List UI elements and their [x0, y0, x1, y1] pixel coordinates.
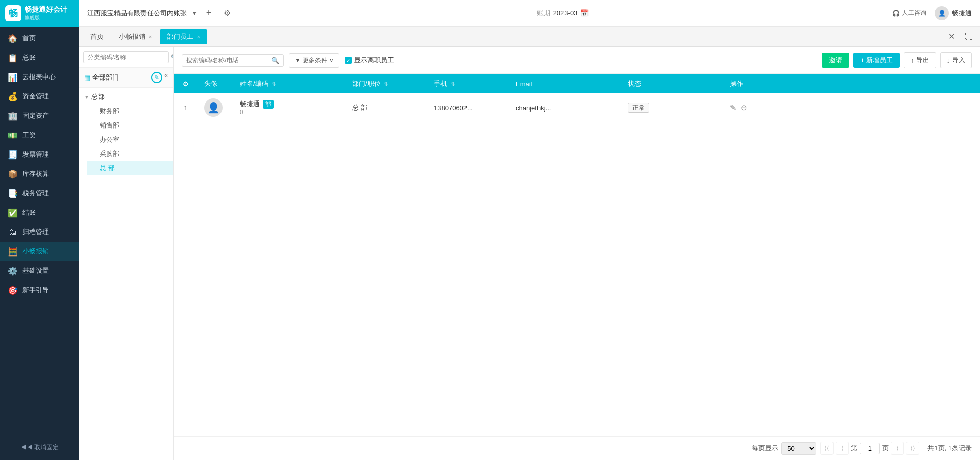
- sidebar-item-assets[interactable]: 🏢 固定资产: [0, 106, 79, 125]
- tree-leaf-office[interactable]: 办公室: [87, 133, 173, 147]
- per-page-select[interactable]: 50 100 200: [781, 442, 816, 455]
- row-avatar: 👤: [198, 93, 234, 122]
- invoice-icon: 🧾: [8, 150, 17, 159]
- employee-search-icon[interactable]: 🔍: [271, 57, 279, 64]
- tree-collapse-button[interactable]: «: [164, 72, 168, 83]
- last-page-button[interactable]: ⟩⟩: [906, 442, 919, 455]
- headset-icon: 🎧: [892, 10, 900, 17]
- tab-xiaochang-close[interactable]: ×: [149, 34, 152, 40]
- header-add-button[interactable]: +: [203, 7, 215, 19]
- expand-icon: ▼: [84, 94, 91, 100]
- avatar-icon: 👤: [938, 10, 946, 17]
- sidebar-item-reports[interactable]: 📊 云报表中心: [0, 67, 79, 87]
- next-page-button[interactable]: ⟩: [891, 442, 904, 455]
- guide-icon: 🎯: [8, 286, 17, 295]
- tab-dept-employee[interactable]: 部门员工 ×: [160, 29, 207, 44]
- cancel-fixed-button[interactable]: ◀◀ 取消固定: [0, 439, 79, 456]
- tree-leaf-general[interactable]: 总 部: [87, 161, 173, 175]
- employee-table: ⚙ 头像 姓名/编码 ⇅ 部门/职位 ⇅ 手机: [174, 74, 980, 122]
- invite-button[interactable]: 邀请: [822, 53, 849, 68]
- page-nav: ⟨⟨ ⟨ 第 页 ⟩ ⟩⟩: [820, 442, 919, 455]
- header-settings-button[interactable]: ⚙: [221, 7, 233, 19]
- row-name: 畅捷通 部 0: [234, 93, 346, 122]
- tree-edit-button[interactable]: ✎: [151, 72, 162, 83]
- edit-action-icon[interactable]: ✎: [730, 103, 737, 112]
- employee-name: 畅捷通: [240, 99, 260, 109]
- tab-dept-employee-close[interactable]: ×: [197, 34, 200, 40]
- col-actions: 操作: [724, 74, 980, 93]
- tree-panel: 🔍 ▦ 全部部门 ✎ « ▼ 总部: [79, 47, 174, 460]
- support-button[interactable]: 🎧 人工咨询: [892, 9, 926, 17]
- col-name[interactable]: 姓名/编码 ⇅: [234, 74, 346, 93]
- period-value: 2023-03: [553, 9, 578, 17]
- tree-leaf-purchasing[interactable]: 采购部: [87, 147, 173, 161]
- tree-leaf-sales[interactable]: 销售部: [87, 118, 173, 133]
- total-info: 共1页, 1条记录: [927, 444, 972, 453]
- delete-action-icon[interactable]: ⊖: [741, 103, 747, 112]
- status-badge: 正常: [628, 103, 649, 113]
- row-status: 正常: [622, 93, 724, 122]
- sidebar-item-funds[interactable]: 💰 资金管理: [0, 87, 79, 106]
- user-name: 畅捷通: [952, 9, 972, 18]
- tax-icon: 📑: [8, 189, 17, 198]
- row-mobile: 138070602...: [428, 93, 509, 122]
- tree-node-headquarters: ▼ 总部 财务部 销售部 办公室 采购部 总 部: [79, 90, 173, 175]
- sidebar-item-archive[interactable]: 🗂 归档管理: [0, 222, 79, 242]
- sidebar-item-salary[interactable]: 💵 工资: [0, 125, 79, 145]
- mobile-sort-icon: ⇅: [451, 81, 455, 87]
- sidebar-item-home[interactable]: 🏠 首页: [0, 29, 79, 48]
- employee-table-wrap: ⚙ 头像 姓名/编码 ⇅ 部门/职位 ⇅ 手机: [174, 74, 980, 436]
- calendar-icon[interactable]: 📅: [580, 9, 589, 17]
- sidebar-item-inventory[interactable]: 📦 库存核算: [0, 164, 79, 184]
- col-settings[interactable]: ⚙: [174, 74, 198, 93]
- show-resigned-toggle[interactable]: ✓ 显示离职员工: [345, 56, 394, 65]
- employee-code: 0: [240, 109, 340, 116]
- sidebar-bottom: ◀◀ 取消固定: [0, 435, 79, 460]
- import-button[interactable]: ↓ 导入: [940, 52, 972, 68]
- sidebar-item-tax[interactable]: 📑 税务管理: [0, 184, 79, 203]
- tree-node-headquarters-label[interactable]: ▼ 总部: [79, 90, 173, 104]
- logo-icon: 畅: [5, 5, 21, 21]
- add-employee-button[interactable]: + 新增员工: [853, 53, 900, 68]
- page-number-input[interactable]: [860, 443, 880, 454]
- export-button[interactable]: ↑ 导出: [904, 52, 936, 68]
- tree-children: 财务部 销售部 办公室 采购部 总 部: [79, 104, 173, 175]
- company-dropdown-icon[interactable]: ▾: [193, 9, 197, 17]
- employee-search-input[interactable]: [186, 57, 269, 64]
- filter-button[interactable]: ▼ 更多条件 ∨: [289, 53, 339, 68]
- col-dept[interactable]: 部门/职位 ⇅: [346, 74, 428, 93]
- prev-page-button[interactable]: ⟨: [836, 442, 849, 455]
- toolbar-right: 邀请 + 新增员工 ↑ 导出 ↓ 导入: [822, 52, 972, 68]
- tab-xiaochang[interactable]: 小畅报销 ×: [112, 29, 159, 44]
- company-name: 江西服宝精品有限责任公司内账张: [87, 9, 187, 18]
- table-row: 1 👤 畅捷通 部: [174, 93, 980, 122]
- first-page-button[interactable]: ⟨⟨: [820, 442, 834, 455]
- sidebar: 畅 畅捷通好会计 旗舰版 🏠 首页 📋 总账 📊 云报表中心 💰 资金管理 🏢 …: [0, 0, 79, 460]
- sidebar-item-xiaochang[interactable]: 🧮 小畅报销: [0, 242, 79, 261]
- page-body: 🔍 ▦ 全部部门 ✎ « ▼ 总部: [79, 47, 980, 460]
- filter-chevron-icon: ∨: [329, 57, 334, 64]
- tab-home[interactable]: 首页: [83, 29, 111, 44]
- tree-header: ▦ 全部部门 ✎ «: [79, 68, 173, 88]
- col-mobile[interactable]: 手机 ⇅: [428, 74, 509, 93]
- user-info[interactable]: 👤 畅捷通: [935, 6, 972, 20]
- salary-icon: 💵: [8, 131, 17, 140]
- tree-leaf-finance[interactable]: 财务部: [87, 104, 173, 118]
- sidebar-item-settings[interactable]: ⚙️ 基础设置: [0, 261, 79, 280]
- home-icon: 🏠: [8, 34, 17, 43]
- tab-expand-button[interactable]: ⛶: [962, 30, 976, 44]
- resigned-checkbox[interactable]: ✓: [345, 57, 352, 64]
- period-label: 账期: [537, 9, 550, 18]
- sidebar-item-ledger[interactable]: 📋 总账: [0, 48, 79, 67]
- app-edition: 旗舰版: [24, 14, 67, 21]
- import-icon: ↓: [947, 57, 950, 64]
- tree-search: 🔍: [79, 47, 173, 68]
- tab-close-all-button[interactable]: ✕: [944, 30, 959, 44]
- ledger-icon: 📋: [8, 53, 17, 62]
- user-avatar: 👤: [935, 6, 949, 20]
- tree-search-input[interactable]: [83, 51, 169, 63]
- sidebar-item-checkout[interactable]: ✅ 结账: [0, 203, 79, 222]
- row-actions: ✎ ⊖: [724, 93, 980, 122]
- sidebar-item-invoice[interactable]: 🧾 发票管理: [0, 145, 79, 164]
- sidebar-item-guide[interactable]: 🎯 新手引导: [0, 280, 79, 300]
